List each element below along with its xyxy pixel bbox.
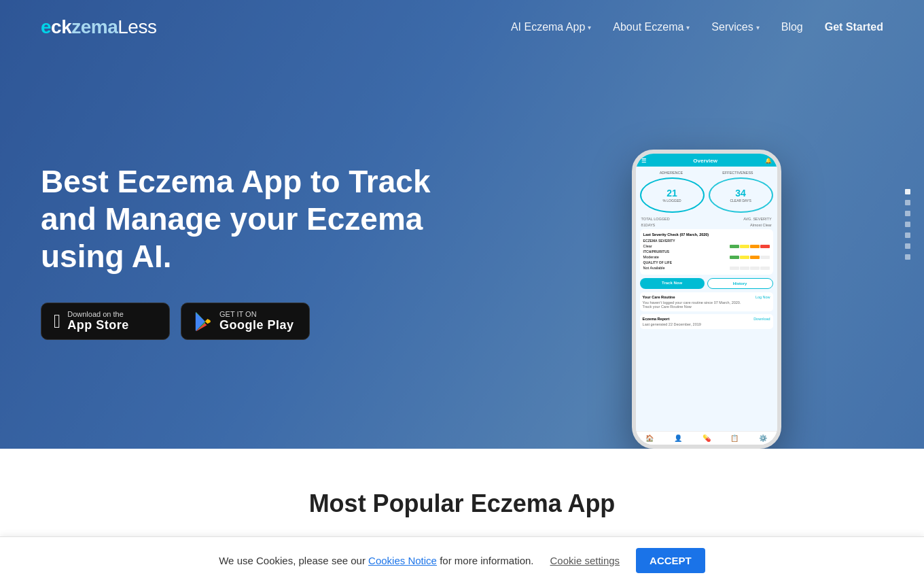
phone-footer-nav: 🏠 👤 💊 📋 ⚙️ — [636, 431, 777, 445]
report-icon[interactable]: 📋 — [730, 434, 739, 442]
phone-screen: ☰ Overview 🔔 ADHERENCE EFFECTIVENESS 21 — [636, 154, 777, 445]
track-now-button[interactable]: Track Now — [640, 278, 705, 289]
severity-section: Last Severity Check (07 March, 2020) ECZ… — [640, 229, 773, 275]
nav-item-services[interactable]: Services ▾ — [711, 21, 759, 33]
side-navigation-dots — [905, 189, 910, 260]
hero-text-block: Best Eczema App to Track and Manage your… — [41, 163, 462, 341]
qol-bar — [730, 267, 770, 270]
chevron-down-icon: ▾ — [588, 24, 591, 31]
hero-content: Best Eczema App to Track and Manage your… — [0, 0, 924, 449]
nav-link-services[interactable]: Services ▾ — [711, 21, 759, 33]
nav-item-blog[interactable]: Blog — [781, 21, 803, 33]
dot-2[interactable] — [905, 200, 910, 205]
google-play-icon — [194, 312, 213, 331]
chevron-down-icon: ▾ — [686, 24, 690, 31]
history-button[interactable]: History — [707, 278, 773, 289]
itch-bar — [730, 256, 770, 259]
chevron-down-icon: ▾ — [756, 24, 760, 31]
dot-7[interactable] — [905, 254, 910, 260]
qol-row: Not Available — [643, 266, 770, 270]
hero-buttons:  Download on the App Store — [41, 303, 462, 340]
hero-heading: Best Eczema App to Track and Manage your… — [41, 163, 462, 276]
nav-link-get-started[interactable]: Get Started — [825, 21, 883, 33]
care-routine-section: Your Care Routine Log Now You haven't lo… — [640, 292, 773, 311]
app-store-text: Download on the App Store — [67, 310, 129, 332]
hero-section: Best Eczema App to Track and Manage your… — [0, 0, 924, 449]
phone-header: ☰ Overview 🔔 — [636, 154, 777, 167]
phone-notif-icon: 🔔 — [765, 158, 772, 164]
google-play-text: GET IT ON Google Play — [219, 310, 294, 332]
eczema-report-section: Eczema Report Download Last generated 22… — [640, 314, 773, 329]
phone-total-values: 81DAYS Almost Clear — [640, 223, 773, 227]
dot-5[interactable] — [905, 233, 910, 238]
logo-part-e: e — [41, 16, 51, 37]
popular-section: Most Popular Eczema App — [0, 449, 924, 545]
phone-total-info: TOTAL LOGGED AVG. SEVERITY — [640, 217, 773, 221]
phone-menu-icon: ☰ — [641, 158, 646, 164]
google-play-button[interactable]: GET IT ON Google Play — [181, 303, 310, 340]
eczema-severity-row: Clear — [643, 244, 770, 248]
dot-1[interactable] — [905, 189, 910, 194]
phone-frame: ☰ Overview 🔔 ADHERENCE EFFECTIVENESS 21 — [632, 150, 781, 449]
cookie-banner: We use Cookies, please see our Cookies N… — [0, 536, 924, 545]
adherence-circle: 21 % LOGGED — [640, 177, 705, 213]
dot-3[interactable] — [905, 211, 910, 216]
dot-6[interactable] — [905, 243, 910, 249]
popular-title: Most Popular Eczema App — [41, 489, 883, 518]
nav-link-about[interactable]: About Eczema ▾ — [613, 21, 690, 33]
hero-phone-mockup: ☰ Overview 🔔 ADHERENCE EFFECTIVENESS 21 — [529, 54, 883, 449]
severity-bar — [730, 245, 770, 248]
navbar: eckzemaLess AI Eczema App ▾ About Eczema… — [0, 0, 924, 54]
app-store-button[interactable]:  Download on the App Store — [41, 303, 170, 340]
itch-row: Moderate — [643, 255, 770, 259]
home-icon[interactable]: 🏠 — [645, 434, 654, 442]
person-icon[interactable]: 👤 — [674, 434, 682, 442]
nav-item-get-started[interactable]: Get Started — [825, 21, 883, 33]
nav-item-ai-eczema[interactable]: AI Eczema App ▾ — [511, 21, 591, 33]
nav-link-blog[interactable]: Blog — [781, 21, 803, 33]
logo-part-ck: ck — [51, 16, 71, 37]
logo-part-zema: zema — [71, 16, 118, 37]
logo-part-less: Less — [118, 16, 156, 37]
nav-links: AI Eczema App ▾ About Eczema ▾ Services … — [511, 21, 883, 33]
phone-action-buttons: Track Now History — [640, 278, 773, 289]
settings-icon[interactable]: ⚙️ — [759, 434, 767, 442]
phone-body: ADHERENCE EFFECTIVENESS 21 % LOGGED 34 C… — [636, 167, 777, 431]
apple-icon:  — [54, 312, 60, 331]
logo[interactable]: eckzemaLess — [41, 16, 156, 38]
routine-icon[interactable]: 💊 — [703, 434, 711, 442]
effectiveness-circle: 34 CLEAR DAYS — [709, 177, 773, 213]
phone-stats: 21 % LOGGED 34 CLEAR DAYS — [640, 177, 773, 213]
dot-4[interactable] — [905, 222, 910, 227]
nav-item-about[interactable]: About Eczema ▾ — [613, 21, 690, 33]
nav-link-ai-eczema[interactable]: AI Eczema App ▾ — [511, 21, 591, 33]
